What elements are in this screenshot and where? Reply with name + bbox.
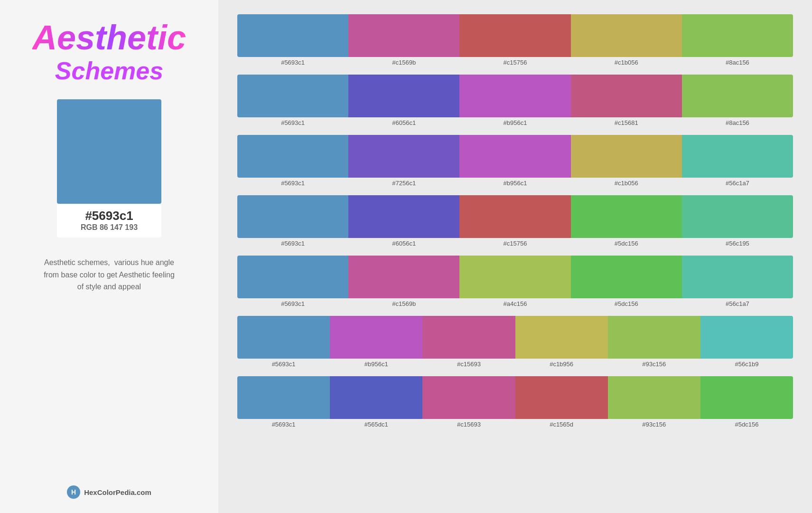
swatch-label-2-4: #c15681: [571, 119, 682, 126]
swatch-label-1-1: #5693c1: [237, 59, 348, 66]
swatch-3-3[interactable]: [459, 135, 570, 178]
swatch-4-4[interactable]: [571, 195, 682, 238]
scheme-row-1: #5693c1#c1569b#c15756#c1b056#8ac156: [237, 14, 793, 66]
swatch-7-3[interactable]: [422, 376, 515, 419]
swatch-5-1[interactable]: [237, 256, 348, 298]
swatch-3-2[interactable]: [348, 135, 459, 178]
color-rgb: RGB 86 147 193: [57, 223, 161, 232]
swatch-label-3-3: #b956c1: [459, 180, 570, 187]
title-aesthetic: Aesthetic: [32, 19, 186, 57]
swatch-label-5-4: #5dc156: [571, 300, 682, 307]
swatch-4-3[interactable]: [459, 195, 570, 238]
swatch-1-5[interactable]: [682, 14, 793, 57]
swatch-6-2[interactable]: [330, 316, 422, 359]
swatch-5-3[interactable]: [459, 256, 570, 298]
swatch-label-2-3: #b956c1: [459, 119, 570, 126]
scheme-row-2: #5693c1#6056c1#b956c1#c15681#8ac156: [237, 75, 793, 126]
swatch-label-1-4: #c1b056: [571, 59, 682, 66]
swatch-label-5-1: #5693c1: [237, 300, 348, 307]
color-hex: #5693c1: [57, 209, 161, 223]
swatch-label-5-3: #a4c156: [459, 300, 570, 307]
scheme-row-3: #5693c1#7256c1#b956c1#c1b056#56c1a7: [237, 135, 793, 187]
swatch-2-3[interactable]: [459, 75, 570, 117]
swatch-5-2[interactable]: [348, 256, 459, 298]
swatch-label-4-5: #56c195: [682, 240, 793, 247]
swatch-2-2[interactable]: [348, 75, 459, 117]
swatch-1-4[interactable]: [571, 14, 682, 57]
swatch-6-5[interactable]: [608, 316, 700, 359]
swatch-label-1-5: #8ac156: [682, 59, 793, 66]
swatch-label-7-3: #c15693: [422, 421, 515, 428]
swatch-label-3-1: #5693c1: [237, 180, 348, 187]
swatch-7-5[interactable]: [608, 376, 700, 419]
swatch-2-4[interactable]: [571, 75, 682, 117]
swatch-3-5[interactable]: [682, 135, 793, 178]
swatch-label-1-3: #c15756: [459, 59, 570, 66]
swatch-label-6-3: #c15693: [422, 361, 515, 368]
swatch-label-2-2: #6056c1: [348, 119, 459, 126]
swatch-label-7-1: #5693c1: [237, 421, 330, 428]
swatch-4-5[interactable]: [682, 195, 793, 238]
description: Aesthetic schemes, various hue anglefrom…: [44, 256, 175, 293]
swatch-label-7-4: #c1565d: [515, 421, 608, 428]
swatch-label-4-2: #6056c1: [348, 240, 459, 247]
swatch-7-1[interactable]: [237, 376, 330, 419]
swatch-label-5-2: #c1569b: [348, 300, 459, 307]
swatch-1-2[interactable]: [348, 14, 459, 57]
swatch-5-5[interactable]: [682, 256, 793, 298]
swatch-4-2[interactable]: [348, 195, 459, 238]
scheme-row-6: #5693c1#b956c1#c15693#c1b956#93c156#56c1…: [237, 316, 793, 368]
footer: H HexColorPedia.com: [67, 485, 151, 499]
swatch-label-4-4: #5dc156: [571, 240, 682, 247]
swatch-label-7-2: #565dc1: [330, 421, 422, 428]
swatch-1-1[interactable]: [237, 14, 348, 57]
right-panel: #5693c1#c1569b#c15756#c1b056#8ac156#5693…: [218, 0, 812, 513]
swatch-label-5-5: #56c1a7: [682, 300, 793, 307]
title-schemes: Schemes: [55, 57, 163, 85]
swatch-label-3-5: #56c1a7: [682, 180, 793, 187]
swatch-2-1[interactable]: [237, 75, 348, 117]
swatch-5-4[interactable]: [571, 256, 682, 298]
swatch-7-2[interactable]: [330, 376, 422, 419]
left-panel: Aesthetic Schemes #5693c1 RGB 86 147 193…: [0, 0, 218, 513]
color-info-box: #5693c1 RGB 86 147 193: [57, 204, 161, 238]
swatch-6-3[interactable]: [422, 316, 515, 359]
swatch-2-5[interactable]: [682, 75, 793, 117]
swatch-label-6-6: #56c1b9: [700, 361, 793, 368]
swatch-label-6-5: #93c156: [608, 361, 700, 368]
swatch-label-1-2: #c1569b: [348, 59, 459, 66]
scheme-row-4: #5693c1#6056c1#c15756#5dc156#56c195: [237, 195, 793, 247]
swatch-label-6-4: #c1b956: [515, 361, 608, 368]
swatch-3-4[interactable]: [571, 135, 682, 178]
swatch-7-4[interactable]: [515, 376, 608, 419]
scheme-row-7: #5693c1#565dc1#c15693#c1565d#93c156#5dc1…: [237, 376, 793, 428]
swatch-label-2-1: #5693c1: [237, 119, 348, 126]
swatch-label-3-2: #7256c1: [348, 180, 459, 187]
swatch-label-4-1: #5693c1: [237, 240, 348, 247]
footer-logo: H: [67, 485, 80, 499]
scheme-row-5: #5693c1#c1569b#a4c156#5dc156#56c1a7: [237, 256, 793, 307]
swatch-4-1[interactable]: [237, 195, 348, 238]
swatch-label-7-6: #5dc156: [700, 421, 793, 428]
swatch-label-6-2: #b956c1: [330, 361, 422, 368]
swatch-1-3[interactable]: [459, 14, 570, 57]
swatch-label-2-5: #8ac156: [682, 119, 793, 126]
swatch-6-6[interactable]: [700, 316, 793, 359]
color-preview-box[interactable]: [57, 99, 161, 204]
footer-text: HexColorPedia.com: [84, 488, 151, 496]
swatch-3-1[interactable]: [237, 135, 348, 178]
swatch-label-4-3: #c15756: [459, 240, 570, 247]
swatch-6-4[interactable]: [515, 316, 608, 359]
swatch-6-1[interactable]: [237, 316, 330, 359]
swatch-label-6-1: #5693c1: [237, 361, 330, 368]
swatch-label-3-4: #c1b056: [571, 180, 682, 187]
swatch-7-6[interactable]: [700, 376, 793, 419]
swatch-label-7-5: #93c156: [608, 421, 700, 428]
